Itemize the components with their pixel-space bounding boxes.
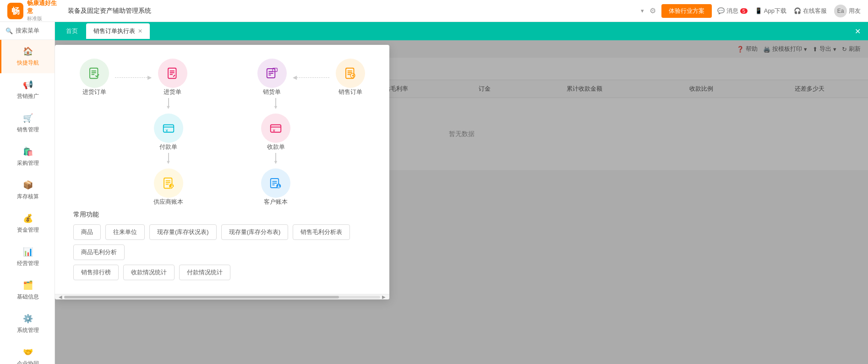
func-btn-payment-stats[interactable]: 付款情况统计	[179, 265, 230, 280]
logo-icon: 畅	[7, 3, 23, 19]
user-name: 用友	[849, 7, 861, 15]
flow-node-purchase-order[interactable]: 进货订单	[73, 59, 115, 96]
func-btn-inventory-distribution[interactable]: 现存量(库存分布表)	[221, 224, 289, 240]
message-action[interactable]: 💬 消息 5	[717, 7, 748, 15]
svg-rect-4	[168, 68, 176, 79]
system-name: 装备及固定资产辅助管理系统	[68, 7, 635, 15]
flow-node-receipt[interactable]: ¥ 收款单	[253, 114, 298, 151]
flow-node-purchase-bill[interactable]: 进货单	[152, 59, 193, 96]
search-icon: 🔍	[5, 27, 13, 34]
sales-icon: 🛒	[23, 113, 33, 123]
scrollbar-left-arrow[interactable]: ◀	[57, 294, 64, 299]
func-btn-receipt-stats[interactable]: 收款情况统计	[123, 265, 175, 280]
tab-bar-close-icon[interactable]: ✕	[851, 27, 864, 36]
finance-icon: 💰	[23, 213, 33, 223]
inventory-icon: 📦	[23, 180, 33, 190]
receipt-icon: ¥	[261, 114, 290, 143]
flow-node-sales-bill[interactable]: 销货单	[251, 59, 293, 96]
scrollbar-track[interactable]	[64, 296, 380, 299]
svg-text:¥: ¥	[165, 128, 168, 133]
func-btn-product[interactable]: 商品	[73, 224, 101, 240]
basic-icon: 🗂️	[23, 280, 33, 290]
sidebar-item-label: 系统管理	[17, 326, 39, 334]
sidebar-item-sales[interactable]: 🛒 销售管理	[0, 107, 55, 140]
sidebar-item-system[interactable]: ⚙️ 系统管理	[0, 307, 55, 341]
sidebar-item-label: 采购管理	[17, 159, 39, 167]
svg-rect-20	[164, 125, 174, 132]
home-icon: 🏠	[23, 46, 33, 56]
func-btn-counterpart[interactable]: 往来单位	[105, 224, 145, 240]
tab-sales-label: 销售订单执行表	[93, 27, 135, 35]
func-row-2: 销售排行榜 收款情况统计 付款情况统计	[73, 265, 371, 280]
modal-scrollbar: ◀ ▶	[55, 294, 389, 299]
sidebar-item-label: 经营管理	[17, 260, 39, 267]
customer-account-icon	[261, 168, 290, 198]
collab-icon: 🤝	[23, 347, 33, 357]
top-bar-actions: 💬 消息 5 📱 App下载 🎧 在线客服 Ea 用友	[717, 5, 861, 17]
func-btn-product-gross[interactable]: 商品毛利分析	[73, 244, 125, 260]
sidebar-item-label: 快捷导航	[17, 59, 39, 67]
page-content: ❓ 帮助 🖨️ 按模板打印 ▾ ⬆ 导出 ▾ ↻	[55, 40, 868, 364]
svg-point-37	[278, 185, 279, 186]
func-btn-inventory-status[interactable]: 现存量(库存状况表)	[149, 224, 217, 240]
sidebar-item-operation[interactable]: 📊 经营管理	[0, 240, 55, 274]
sidebar-item-basic[interactable]: 🗂️ 基础信息	[0, 274, 55, 307]
purchase-bill-icon	[158, 59, 187, 88]
arrow-purchase-to-bill: ▶	[115, 74, 152, 81]
tab-home[interactable]: 首页	[59, 23, 85, 39]
purchase-bill-label: 进货单	[164, 88, 181, 96]
sidebar-item-label: 基础信息	[17, 293, 39, 301]
flow-node-supplier-account[interactable]: 人 供应商账本	[146, 168, 191, 206]
sidebar-item-finance[interactable]: 💰 资金管理	[0, 207, 55, 240]
search-label: 搜索菜单	[16, 27, 39, 35]
tab-sales-order-exec[interactable]: 销售订单执行表 ✕	[86, 23, 150, 39]
trial-button[interactable]: 体验行业方案	[661, 4, 712, 18]
func-row-1: 商品 往来单位 现存量(库存状况表) 现存量(库存分布表) 销售毛利分析表 商品…	[73, 224, 371, 260]
system-icon: ⚙️	[23, 314, 33, 324]
sidebar-item-inventory[interactable]: 📦 库存核算	[0, 174, 55, 207]
flow-bottom-row: 人 供应商账本	[73, 168, 371, 206]
flow-node-customer-account[interactable]: 客户账本	[253, 168, 298, 206]
tab-close-icon[interactable]: ✕	[138, 28, 142, 34]
flow-node-sales-order[interactable]: 销售订单	[329, 59, 371, 96]
tab-home-label: 首页	[66, 27, 78, 35]
app-download-action[interactable]: 📱 App下载	[755, 7, 786, 15]
app-download-label: App下载	[764, 7, 786, 15]
marketing-icon: 📢	[23, 80, 33, 90]
func-btn-sales-gross[interactable]: 销售毛利分析表	[293, 224, 350, 240]
sales-order-icon	[336, 59, 365, 88]
sidebar-item-label: 资金管理	[17, 226, 39, 234]
app-download-icon: 📱	[755, 7, 762, 14]
common-functions-title: 常用功能	[73, 211, 371, 219]
sidebar-item-marketing[interactable]: 📢 营销推广	[0, 73, 55, 107]
system-dropdown-icon[interactable]: ▾	[641, 7, 644, 14]
logo-edition: 标准版	[27, 15, 62, 22]
svg-rect-23	[271, 125, 281, 132]
main-layout: 🔍 搜索菜单 🏠 快捷导航 📢 营销推广 🛒 销售管理 🛍️ 采购管理 📦	[0, 22, 868, 364]
sidebar-item-collab[interactable]: 🤝 企业协同	[0, 341, 55, 364]
scrollbar-thumb[interactable]	[64, 296, 339, 299]
sales-bill-icon	[257, 59, 287, 88]
flow-top-row: 进货订单 ▶	[73, 59, 371, 96]
online-service-icon: 🎧	[794, 7, 801, 14]
payment-label: 付款单	[159, 143, 177, 151]
flow-diagram: 进货订单 ▶	[73, 59, 371, 206]
settings-gear-icon[interactable]: ⚙	[650, 6, 656, 15]
modal-content: 进货订单 ▶	[55, 45, 389, 294]
sidebar-search[interactable]: 🔍 搜索菜单	[0, 22, 55, 40]
user-action[interactable]: Ea 用友	[834, 5, 861, 17]
flow-node-payment[interactable]: ¥ 付款单	[146, 114, 191, 151]
sidebar-item-quick-nav[interactable]: 🏠 快捷导航	[0, 40, 55, 73]
top-bar: 畅 畅康通好生意 标准版 装备及固定资产辅助管理系统 ▾ ⚙ 体验行业方案 💬 …	[0, 0, 868, 22]
func-btn-sales-ranking[interactable]: 销售排行榜	[73, 265, 119, 280]
purchase-order-icon	[80, 59, 109, 88]
sidebar-item-purchase[interactable]: 🛍️ 采购管理	[0, 140, 55, 174]
payment-icon: ¥	[154, 114, 183, 143]
scrollbar-right-arrow[interactable]: ▶	[380, 294, 388, 299]
online-service-action[interactable]: 🎧 在线客服	[794, 7, 827, 15]
logo-text: 畅康通好生意 标准版	[27, 0, 62, 22]
svg-text:¥: ¥	[273, 128, 275, 133]
sales-order-label: 销售订单	[338, 88, 362, 96]
svg-point-36	[276, 184, 281, 188]
content-area: 首页 销售订单执行表 ✕ ✕ ❓ 帮助 🖨️	[55, 22, 868, 364]
